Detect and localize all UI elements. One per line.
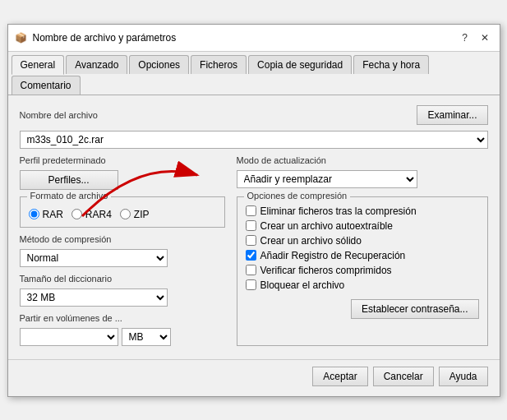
filename-label: Nombre del archivo [20,110,98,120]
perfil-label: Perfil predeterminado [20,155,225,165]
formato-legend: Formato de archivo [27,191,112,201]
eliminar-label: Eliminar ficheros tras la compresión [260,205,417,217]
filename-select[interactable]: m33s_010_2c.rar [20,131,488,149]
window-title: Nombre de archivo y parámetros [33,32,452,44]
bottom-bar: Aceptar Cancelar Ayuda [8,359,500,396]
password-button[interactable]: Establecer contraseña... [351,299,478,319]
close-button[interactable]: ✕ [477,30,493,46]
registro-label: Añadir Registro de Recuperación [260,250,406,261]
formato-rar4-radio[interactable] [71,209,82,219]
eliminar-checkbox[interactable] [246,205,256,216]
tab-bar: General Avanzado Opciones Ficheros Copia… [8,52,500,95]
modo-group: Modo de actualización Añadir y reemplaza… [237,155,488,190]
formato-rar[interactable]: RAR [29,209,63,220]
app-icon: 📦 [15,31,28,44]
password-row: Establecer contraseña... [246,299,479,319]
formato-rar-label: RAR [43,209,63,220]
examinar-button[interactable]: Examinar... [417,105,487,125]
diccionario-group: Tamaño del diccionario 32 MB [20,274,225,307]
tab-opciones[interactable]: Opciones [129,55,189,74]
modo-label: Modo de actualización [237,155,488,165]
checkbox-bloquear: Bloquear el archivo [246,279,479,291]
ayuda-button[interactable]: Ayuda [439,367,488,386]
autoextraible-checkbox[interactable] [246,220,256,231]
tab-avanzado[interactable]: Avanzado [66,55,127,74]
bloquear-label: Bloquear el archivo [260,279,345,291]
opciones-box: Opciones de compresión Eliminar ficheros… [237,196,488,346]
tab-content: Nombre del archivo Examinar... m33s_010_… [8,95,500,356]
tab-ficheros[interactable]: Ficheros [191,55,247,74]
metodo-group: Método de compresión Normal [20,234,225,267]
formato-zip-label: ZIP [134,209,150,220]
volumenes-unit-select[interactable]: MB [122,328,171,346]
title-bar: 📦 Nombre de archivo y parámetros ? ✕ [8,25,500,52]
formato-zip[interactable]: ZIP [120,209,150,220]
verificar-label: Verificar ficheros comprimidos [260,265,392,276]
tab-copia[interactable]: Copia de seguridad [248,55,352,74]
checkbox-eliminar: Eliminar ficheros tras la compresión [246,205,479,217]
cancelar-button[interactable]: Cancelar [373,367,434,386]
metodo-select[interactable]: Normal [20,249,168,267]
diccionario-select[interactable]: 32 MB [20,288,168,307]
checkbox-registro: Añadir Registro de Recuperación [246,250,479,261]
main-window: 📦 Nombre de archivo y parámetros ? ✕ Gen… [7,24,500,397]
modo-select[interactable]: Añadir y reemplazar [237,170,417,188]
tab-fecha[interactable]: Fecha y hora [353,55,429,74]
filename-group: Nombre del archivo Examinar... m33s_010_… [20,105,488,149]
main-options-row: Formato de archivo RAR RAR4 ZIP [20,196,488,346]
title-controls: ? ✕ [457,30,493,46]
formato-zip-radio[interactable] [120,209,131,219]
volumenes-group: Partir en volúmenes de ... MB [20,313,225,346]
tab-comentario[interactable]: Comentario [12,76,81,95]
tab-general[interactable]: General [12,55,65,75]
opciones-legend: Opciones de compresión [244,191,351,201]
help-button[interactable]: ? [457,30,473,46]
metodo-label: Método de compresión [20,234,225,244]
perfiles-button[interactable]: Perfiles... [20,170,118,190]
solido-checkbox[interactable] [246,235,256,246]
solido-label: Crear un archivo sólido [260,235,362,247]
perfil-group: Perfil predeterminado Perfiles... [20,155,225,190]
formato-radio-group: RAR RAR4 ZIP [29,205,216,220]
volumenes-label: Partir en volúmenes de ... [20,313,225,323]
checkbox-solido: Crear un archivo sólido [246,235,479,247]
aceptar-button[interactable]: Aceptar [312,367,367,386]
perfil-modo-row: Perfil predeterminado Perfiles... Modo d… [20,155,488,190]
checkbox-autoextraible: Crear un archivo autoextraíble [246,220,479,232]
diccionario-label: Tamaño del diccionario [20,274,225,284]
verificar-checkbox[interactable] [246,265,256,275]
registro-checkbox[interactable] [246,250,256,261]
formato-section: Formato de archivo RAR RAR4 ZIP [20,196,225,228]
volumenes-select[interactable] [20,328,118,346]
left-options: Formato de archivo RAR RAR4 ZIP [20,196,225,346]
formato-rar4[interactable]: RAR4 [71,209,112,220]
opciones-section: Opciones de compresión Eliminar ficheros… [237,196,488,346]
bloquear-checkbox[interactable] [246,279,256,290]
formato-rar4-label: RAR4 [85,209,112,220]
formato-rar-radio[interactable] [29,209,39,219]
checkbox-verificar: Verificar ficheros comprimidos [246,265,479,276]
autoextraible-label: Crear un archivo autoextraíble [260,220,393,232]
